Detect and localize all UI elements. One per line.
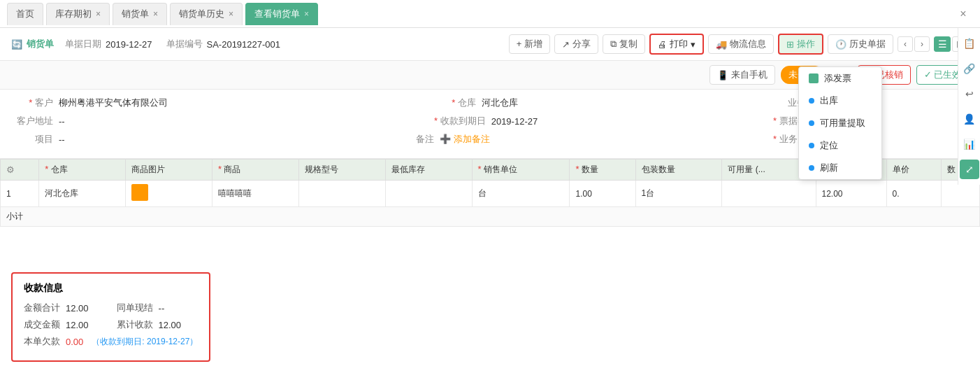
- available-qty-label: 可用量提取: [820, 117, 865, 129]
- tab-home-label: 首页: [16, 8, 34, 20]
- payment-info-box: 收款信息 金额合计 12.00 同单现结 -- 成交金额 12.00 累计收款: [11, 272, 210, 362]
- col-gear[interactable]: ⚙: [1, 160, 39, 181]
- available-qty-item[interactable]: 可用量提取: [799, 112, 881, 134]
- doc-number-item: 单据编号 SA-20191227-001: [166, 38, 281, 50]
- doc-title: 🔄 销货单: [11, 38, 54, 50]
- history-button[interactable]: 🕐 历史单据: [828, 34, 893, 54]
- nav-arrows: ‹ ›: [898, 36, 930, 52]
- refresh-item[interactable]: 刷新: [799, 157, 881, 179]
- customer-field: 客户 柳州粤港平安气体有限公司: [11, 97, 291, 109]
- sidebar-notes-icon[interactable]: 📋: [960, 34, 979, 53]
- tab-view-close[interactable]: ×: [304, 9, 309, 19]
- col-warehouse: * 仓库: [39, 160, 126, 181]
- tab-view-sales[interactable]: 查看销货单 ×: [245, 3, 318, 25]
- operation-button[interactable]: ⊞ 操作: [778, 34, 823, 55]
- gear-icon[interactable]: ⚙: [6, 164, 15, 175]
- tab-inventory-label: 库存期初: [55, 8, 92, 20]
- due-date-value: 2019-12-27: [491, 116, 538, 127]
- share-button[interactable]: ↗ 分享: [554, 34, 598, 54]
- tab-sales-label: 销货单: [122, 8, 149, 20]
- cell-package-qty: 1台: [635, 181, 722, 207]
- col-min-stock: 最低库存: [385, 160, 472, 181]
- new-button[interactable]: + 新增: [509, 34, 550, 54]
- payment-row-3: 本单欠款 0.00 （收款到期日: 2019-12-27）: [24, 335, 198, 348]
- new-label: + 新增: [517, 38, 542, 50]
- copy-label: 复制: [619, 38, 637, 50]
- print-button[interactable]: 🖨 打印 ▾: [649, 34, 704, 55]
- tab-sales-order[interactable]: 销货单 ×: [113, 3, 167, 25]
- tab-view-label: 查看销货单: [254, 8, 300, 20]
- print-icon: 🖨: [658, 39, 667, 50]
- locate-icon: [809, 143, 814, 148]
- list-view-btn[interactable]: ☰: [934, 36, 951, 52]
- phone-icon: 📱: [717, 70, 728, 80]
- cell-product: 嘻嘻嘻嘻: [212, 181, 298, 207]
- total-value: 12.00: [66, 303, 89, 314]
- refresh-icon: [809, 165, 814, 171]
- cell-warehouse: 河北仓库: [39, 181, 126, 207]
- sidebar-expand-icon[interactable]: ⤢: [960, 160, 979, 179]
- prev-arrow[interactable]: ‹: [898, 36, 913, 52]
- subtotal-label: 小计: [1, 207, 980, 227]
- due-date-note: （收款到期日: 2019-12-27）: [92, 336, 198, 348]
- sidebar-link-icon[interactable]: 🔗: [960, 59, 979, 78]
- cumulative-item: 累计收款 12.00: [117, 318, 182, 331]
- outbound-icon: [809, 98, 814, 104]
- payment-row-1: 金额合计 12.00 同单现结 --: [24, 302, 198, 314]
- payment-title: 收款信息: [24, 282, 198, 295]
- add-invoice-icon: [809, 73, 819, 83]
- col-product-image: 商品图片: [126, 160, 212, 181]
- cell-quantity: 1.00: [570, 181, 635, 207]
- bottom-section: 收款信息 金额合计 12.00 同单现结 -- 成交金额 12.00 累计收款: [0, 261, 980, 373]
- settlement-value: --: [159, 303, 165, 314]
- outbound-item[interactable]: 出库: [799, 90, 881, 112]
- due-date-field: 收款到期日 2019-12-27: [434, 115, 630, 127]
- add-invoice-label: 添发票: [824, 72, 851, 85]
- warehouse-field: 仓库 河北仓库: [434, 97, 630, 109]
- locate-item[interactable]: 定位: [799, 134, 881, 157]
- customer-label: 客户: [11, 97, 53, 109]
- operation-icon: ⊞: [786, 39, 794, 50]
- transaction-item: 成交金额 12.00: [24, 318, 89, 331]
- tab-bar: 首页 库存期初 × 销货单 × 销货单历史 × 查看销货单 × ×: [0, 0, 980, 28]
- toolbar: + 新增 ↗ 分享 ⧉ 复制 🖨 打印 ▾ 🚚 物流信息 ⊞ 操作: [509, 34, 969, 55]
- sidebar-chart-icon[interactable]: 📊: [960, 134, 979, 154]
- col-spec: 规格型号: [298, 160, 385, 181]
- transaction-label: 成交金额: [24, 318, 60, 331]
- owe-value: 0.00: [66, 337, 83, 347]
- from-phone-btn[interactable]: 📱 来自手机: [709, 65, 775, 85]
- col-package-qty: 包装数量: [635, 160, 722, 181]
- settlement-item: 同单现结 --: [117, 302, 165, 314]
- copy-button[interactable]: ⧉ 复制: [603, 34, 645, 54]
- logistics-button[interactable]: 🚚 物流信息: [708, 34, 774, 54]
- print-label: 打印: [670, 38, 688, 50]
- tab-inventory-close[interactable]: ×: [96, 9, 101, 19]
- from-phone-label: 来自手机: [731, 69, 768, 81]
- doc-type-label: 销货单: [27, 38, 54, 50]
- note-add-btn[interactable]: ➕ 添加备注: [440, 133, 490, 146]
- tab-inventory-init[interactable]: 库存期初 ×: [46, 3, 110, 25]
- operation-dropdown: 添发票 出库 可用量提取 定位 刷新: [798, 66, 882, 180]
- owe-label: 本单欠款: [24, 335, 60, 348]
- add-invoice-item[interactable]: 添发票: [799, 67, 881, 90]
- next-arrow[interactable]: ›: [914, 36, 930, 52]
- project-value: --: [59, 134, 65, 145]
- doc-number-label: 单据编号: [166, 38, 203, 50]
- address-label: 客户地址: [11, 115, 53, 127]
- copy-icon: ⧉: [610, 38, 617, 50]
- tab-sales-history[interactable]: 销货单历史 ×: [170, 3, 243, 25]
- window-close-button[interactable]: ×: [953, 4, 973, 24]
- tab-sales-close[interactable]: ×: [153, 9, 158, 19]
- sidebar-return-icon[interactable]: ↩: [960, 84, 979, 104]
- product-image: [131, 184, 148, 201]
- subtotal-row: 小计: [1, 207, 980, 227]
- address-field: 客户地址 --: [11, 115, 291, 127]
- logistics-label: 物流信息: [730, 38, 766, 50]
- tab-history-close[interactable]: ×: [229, 9, 233, 19]
- share-icon: ↗: [562, 39, 570, 50]
- tab-home[interactable]: 首页: [7, 3, 43, 25]
- doc-number-value: SA-20191227-001: [207, 39, 281, 50]
- doc-date-item: 单据日期 2019-12-27: [65, 38, 152, 50]
- cell-available: [722, 181, 816, 207]
- sidebar-user-icon[interactable]: 👤: [960, 109, 979, 129]
